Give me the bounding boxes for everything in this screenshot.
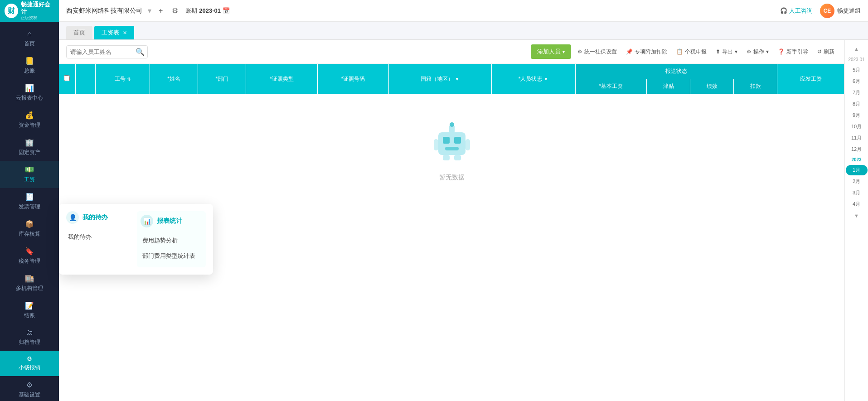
popup-item-dept-stats[interactable]: 部门费用类型统计表 — [141, 248, 202, 264]
guide-action-label: 新手引导 — [786, 48, 808, 56]
tax-icon: 📋 — [676, 48, 683, 55]
main-content: 西安虾米网络科技有限公司 ▾ + ⚙ 账期 2023-01 📅 🎧 人工咨询 C… — [59, 0, 868, 401]
sidebar-item-basic[interactable]: ⚙ 基础设置 — [0, 376, 59, 401]
basic-icon: ⚙ — [26, 381, 33, 389]
popup-col-todo-header: 👤 我的待办 — [66, 211, 128, 224]
add-person-btn[interactable]: 添加人员 ▾ — [531, 44, 571, 59]
tabbar: 首页 工资表 ✕ — [59, 22, 868, 40]
month-10[interactable]: 10月 — [846, 121, 868, 132]
multi-icon: 🏬 — [25, 274, 34, 283]
xiaochang-icon: G — [27, 355, 32, 362]
svg-rect-9 — [454, 155, 461, 160]
popup-item-trend[interactable]: 费用趋势分析 — [141, 233, 202, 248]
sidebar-item-inventory[interactable]: 📦 库存核算 — [0, 215, 59, 242]
tab-close-btn[interactable]: ✕ — [123, 30, 127, 36]
sidebar-item-tax[interactable]: 🔖 税务管理 — [0, 242, 59, 270]
nav-label-ledger: 总账 — [24, 67, 35, 75]
month-8[interactable]: 8月 — [846, 99, 868, 109]
month-11[interactable]: 11月 — [846, 133, 868, 143]
th-dept-label: *姓名 — [167, 76, 180, 82]
panel-down-btn[interactable]: ▼ — [852, 211, 861, 220]
nav-label-reports: 云报表中心 — [16, 94, 43, 102]
month-3[interactable]: 3月 — [846, 188, 868, 198]
export-btn[interactable]: ⬆ 导出 ▾ — [713, 46, 740, 58]
sidebar-item-invoice[interactable]: 🧾 发票管理 — [0, 188, 59, 215]
social-security-btn[interactable]: ⚙ 统一社保设置 — [575, 46, 620, 58]
sidebar-item-funds[interactable]: 💰 资金管理 — [0, 106, 59, 134]
th-bonus-label: 绩效 — [707, 83, 718, 89]
settings-btn[interactable]: ⚙ — [170, 5, 180, 17]
user-name: 畅捷通组 — [837, 7, 861, 15]
th-status-label: 国籍（地区） — [421, 75, 453, 83]
tab-salary[interactable]: 工资表 ✕ — [94, 26, 134, 39]
operate-label: 操作 — [753, 48, 764, 56]
special-icon: 📌 — [626, 48, 633, 55]
user-info: CE 畅捷通组 — [820, 4, 861, 18]
sort-icon[interactable]: ⇅ — [127, 77, 131, 82]
sidebar-item-settle[interactable]: 📝 结账 — [0, 297, 59, 324]
sidebar: 财 畅捷通好会计 正版授权 ⌂ 首页 📒 总账 📊 云报表中心 💰 资金管理 🏢… — [0, 0, 59, 401]
month-4[interactable]: 4月 — [846, 199, 868, 209]
export-dropdown-icon: ▾ — [735, 48, 737, 55]
popup-menu: 👤 我的待办 我的待办 📊 报表统计 费用趋势分析 部门费用类型统计表 — [59, 204, 213, 275]
consult-link[interactable]: 🎧 人工咨询 — [780, 7, 813, 15]
sidebar-item-assets[interactable]: 🏢 固定资产 — [0, 134, 59, 161]
my-todo-label: 我的待办 — [68, 233, 92, 240]
search-box: 🔍 — [66, 45, 148, 58]
select-all-checkbox[interactable] — [64, 75, 70, 81]
search-icon[interactable]: 🔍 — [136, 48, 145, 56]
sidebar-item-xiaochang[interactable]: G 小畅报销 — [0, 351, 59, 376]
operate-btn[interactable]: ⚙ 操作 ▾ — [744, 46, 771, 58]
th-name: 工号 ⇅ — [96, 64, 150, 94]
guide-btn[interactable]: ❓ 新手引导 — [775, 46, 811, 58]
month-9[interactable]: 9月 — [846, 110, 868, 121]
popup-col-reports-header: 📊 报表统计 — [141, 215, 202, 227]
th-checkbox[interactable] — [59, 64, 75, 94]
th-operate: 应发工资 — [777, 64, 844, 94]
sidebar-item-multi[interactable]: 🏬 多机构管理 — [0, 270, 59, 297]
month-2[interactable]: 2月 — [846, 176, 868, 187]
nav-label-inventory: 库存核算 — [19, 230, 40, 238]
social-label: 统一社保设置 — [584, 48, 617, 56]
panel-year-label: 2023.01 — [847, 55, 865, 64]
nav-label-invoice: 发票管理 — [19, 203, 40, 211]
sidebar-item-ledger[interactable]: 📒 总账 — [0, 52, 59, 79]
company-dropdown-icon[interactable]: ▾ — [148, 6, 151, 15]
operate-dropdown-icon: ▾ — [766, 48, 769, 55]
headset-icon: 🎧 — [780, 7, 787, 14]
th-subsidy: 津贴 — [646, 79, 690, 94]
report-filter-icon[interactable]: ▼ — [543, 77, 548, 82]
th-bonus: 绩效 — [690, 79, 734, 94]
refresh-btn[interactable]: ↺ 刷新 — [815, 46, 837, 58]
sidebar-item-archive[interactable]: 🗂 归档管理 — [0, 324, 59, 351]
search-input[interactable] — [70, 48, 134, 55]
special-deduct-btn[interactable]: 📌 专项附加扣除 — [623, 46, 670, 58]
svg-rect-1 — [443, 137, 450, 144]
month-6[interactable]: 6月 — [846, 76, 868, 87]
tax-report-btn[interactable]: 📋 个税申报 — [674, 46, 709, 58]
add-company-btn[interactable]: + — [157, 5, 165, 17]
svg-rect-6 — [434, 139, 438, 150]
popup-item-my-todo[interactable]: 我的待办 — [66, 229, 128, 245]
sidebar-item-home[interactable]: ⌂ 首页 — [0, 25, 59, 52]
th-base-label: *基本工资 — [599, 83, 623, 89]
calendar-icon[interactable]: 📅 — [223, 7, 230, 14]
tab-home[interactable]: 首页 — [66, 26, 92, 39]
reports-title: 报表统计 — [157, 217, 182, 225]
archive-icon: 🗂 — [26, 329, 33, 337]
todo-header-icon: 👤 — [66, 211, 79, 224]
sidebar-item-reports[interactable]: 📊 云报表中心 — [0, 79, 59, 106]
month-5[interactable]: 5月 — [846, 65, 868, 75]
settle-icon: 📝 — [25, 301, 34, 310]
inventory-icon: 📦 — [25, 220, 34, 228]
month-7[interactable]: 7月 — [846, 87, 868, 98]
month-12[interactable]: 12月 — [846, 144, 868, 155]
nav-label-archive: 归档管理 — [19, 338, 40, 346]
month-1[interactable]: 1月 — [846, 165, 868, 175]
status-filter-icon[interactable]: ▼ — [455, 77, 459, 82]
panel-up-btn[interactable]: ▲ — [852, 44, 861, 53]
th-operate-label: 应发工资 — [800, 76, 822, 82]
th-deduct-label: 扣款 — [750, 83, 761, 89]
year-2023: 2023 — [850, 155, 862, 164]
sidebar-item-salary[interactable]: 💵 工资 — [0, 161, 59, 188]
